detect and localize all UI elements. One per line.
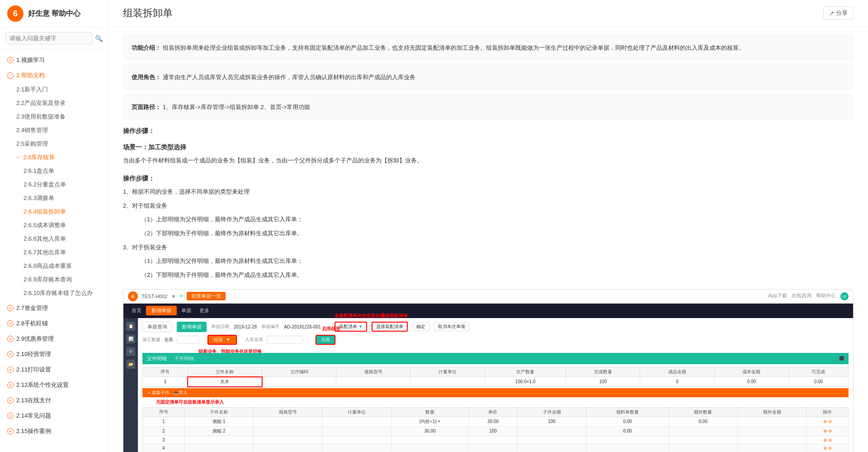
action-btn-cancel[interactable]: 取消本次单项 (434, 322, 469, 331)
scene1-title: 场景一：加工类型选择 (123, 143, 854, 152)
child-col-ops: 操作 (807, 407, 849, 417)
sidebar-item-stocktake[interactable]: 2.6.1盘点单 (0, 164, 108, 178)
online-consult-link[interactable]: 在线咨询 (792, 292, 811, 300)
cell-parent-code (262, 377, 336, 387)
sidebar-item-help-docs[interactable]: − 2.帮助文档 (0, 68, 108, 83)
ops-steps-title: 操作步骤： (123, 175, 854, 183)
annotation-text-4: 启用处理 (322, 326, 340, 332)
form-num-label: 单据编号 (261, 324, 279, 330)
sidebar-item-ops[interactable]: + 2.10经营管理 (0, 347, 108, 362)
sidebar-item-finance[interactable]: + 2.7资金管理 (0, 301, 108, 315)
sidebar-item-inventory-query[interactable]: 2.6.9库存账本查询 (0, 273, 108, 286)
bom-dropdown-text: 装配清单 (339, 324, 357, 329)
nav-group-personalize: + 2.12系统个性化设置 (0, 378, 108, 392)
sidebar-item-sales[interactable]: 2.4销售管理 (0, 124, 108, 137)
warehousein-label: 入库仓库 (245, 337, 263, 343)
app-nav-new[interactable]: 新增单据 (146, 306, 177, 315)
sidebar-item-other-in[interactable]: 2.6.6其他入库单 (0, 232, 108, 246)
child-col-name: 子件名称 (184, 407, 253, 417)
nav-list: + 1.视频学习 − 2.帮助文档 2.1新手入门 2.2产品安装及登录 2.3… (0, 49, 108, 452)
parent-item-tab[interactable]: 父件明细 (147, 355, 167, 362)
sidebar-item-cost-adjust[interactable]: 2.6.5成本调整单 (0, 219, 108, 232)
col-prod-amt: 成品金额 (640, 367, 714, 377)
header-actions: ⬛ (839, 356, 844, 361)
sidebar-item-inventory[interactable]: − 2.6库存核算 (0, 151, 108, 164)
child-col-seq: 序号 (143, 407, 185, 417)
form-date-label: 单据日期 (211, 324, 229, 330)
annotation-text-5: 无固定清单可在组装清单显示录入 (156, 399, 224, 405)
app-form-area: 单据查询 新增单据 单据日期 2019-12-28 单据编号 AD-201912… (138, 318, 853, 452)
sidebar-item-purchase[interactable]: 2.5采购管理 (0, 137, 108, 151)
sidebar-item-video-learning[interactable]: + 1.视频学习 (0, 53, 108, 67)
prereq-btn[interactable]: 前置单据一览 (187, 292, 226, 300)
app-nav-bar: 首页 新增单据 单据 更多 (123, 304, 853, 318)
sidebar-item-payment[interactable]: + 2.13在线支付 (0, 393, 108, 408)
step1: 1、根据不同的业务，选择不同单据的类型来处理 (123, 186, 854, 198)
sidebar-item-cost-recalc[interactable]: 2.6.8商品成本重算 (0, 259, 108, 273)
user-avatar[interactable]: cc (840, 292, 849, 300)
app-download-link[interactable]: App下载 (768, 292, 787, 300)
parent-items-table: 序号 父件名称 父件编码 规格型号 计量单位 生产数量 完成数量 成品金额 成本… (142, 367, 849, 387)
share-button[interactable]: ↗ 分享 (823, 6, 854, 20)
table-row: 2 测能 2 30.00 100 0.00 (143, 426, 849, 436)
add-row-btn[interactable]: ＋添加子件 (147, 390, 170, 396)
select-bom-btn[interactable]: 选择装配清单 (372, 322, 408, 332)
expand-icon-10: + (7, 428, 14, 434)
sidebar-item-personalize[interactable]: + 2.12系统个性化设置 (0, 378, 108, 392)
cell-can-done: 0.00 (788, 377, 848, 387)
search-icon[interactable]: 🔍 (95, 35, 103, 42)
sidebar-item-assembly[interactable]: 2.6.4组装拆卸单 (0, 205, 108, 219)
form-date-value: 2019-12-28 (234, 324, 257, 329)
share-icon: ↗ (829, 10, 834, 17)
warehousein-input[interactable] (267, 336, 303, 344)
expand-icon-7: + (7, 382, 14, 388)
sidebar-item-install[interactable]: 2.2产品安装及登录 (0, 96, 108, 110)
action-btn-confirm[interactable]: 确定 (412, 322, 429, 331)
side-icon-4[interactable]: 📂 (126, 360, 135, 369)
func-intro-label: 功能介绍： (132, 44, 161, 51)
col-can-done: 可完成 (788, 367, 848, 377)
sidebar-item-data-prep[interactable]: 2.3使用前数据准备 (0, 110, 108, 124)
assembly-type-label: 组装 (214, 337, 223, 342)
side-icon-1[interactable]: 📋 (126, 322, 135, 331)
sidebar-item-faq[interactable]: + 2.14常见问题 (0, 409, 108, 423)
cell-done-qty: 100 (566, 377, 640, 387)
side-icon-2[interactable]: 📊 (126, 334, 135, 343)
refresh-icon: ⟳ (179, 294, 183, 299)
sidebar-item-mobile[interactable]: + 2.8手机旺铺 (0, 316, 108, 331)
search-input[interactable] (5, 32, 92, 44)
table-row: 1 测能 1 (均价÷1) × 30.00 100 0.00 0.00 (143, 417, 849, 426)
sidebar-item-cases[interactable]: + 2.15操作案例 (0, 424, 108, 438)
expand-icon-9: + (7, 413, 14, 419)
assembly-type-btn[interactable]: 组装 ▼ (208, 335, 237, 345)
sidebar-item-other-out[interactable]: 2.6.7其他出库单 (0, 246, 108, 259)
nav-group-cases: + 2.15操作案例 (0, 424, 108, 438)
sidebar-item-transfer[interactable]: 2.6.3调拨单 (0, 191, 108, 205)
nav-group-docs: − 2.帮助文档 2.1新手入门 2.2产品安装及登录 2.3使用前数据准备 2… (0, 68, 108, 300)
sidebar-item-partial-stocktake[interactable]: 2.6.2分量盘点单 (0, 178, 108, 191)
app-nav-list[interactable]: 单据 (178, 305, 195, 316)
role-text: 通常由生产人员或库管人员完成拆装业务的操作，库管人员确认原材料的出库和产成品的入… (163, 74, 415, 81)
form-tab-query[interactable]: 单据查询 (142, 322, 172, 332)
sidebar-item-newbie[interactable]: 2.1新手入门 (0, 83, 108, 96)
import-btn[interactable]: 📥导入 (173, 390, 188, 396)
sidebar-item-print[interactable]: + 2.11打印设置 (0, 362, 108, 377)
enable-btn[interactable]: 启用 (316, 335, 335, 345)
table-row: 3⊕ ⊖ (143, 436, 849, 444)
parent-item-header: 父件明细 子件明细 ⬛ (142, 353, 849, 364)
annotation-area-2: 选择装配清单 选择装配清单 (372, 322, 408, 332)
sidebar-item-coupon[interactable]: + 2.9优惠券管理 (0, 332, 108, 346)
assembly-type-area: 组装 ▼ 组装业务、拆卸业务在这里切换 (208, 335, 237, 345)
help-center-link[interactable]: 帮助中心 (816, 292, 836, 300)
app-nav-more[interactable]: 更多 (196, 305, 213, 316)
step2-1: （1）上部明细为父件明细，最终作为产成品生成其它入库单； (141, 214, 854, 225)
app-nav-home[interactable]: 首页 (128, 305, 145, 316)
quantity-input[interactable] (177, 336, 199, 344)
form-tab-new[interactable]: 新增单据 (177, 322, 207, 332)
side-icon-3[interactable]: ⚙ (126, 347, 135, 356)
child-col-extra-qty: 额外数量 (669, 407, 737, 417)
child-item-tab[interactable]: 子件明细 (174, 355, 194, 362)
sidebar: 6 好生意 帮助中心 🔍 + 1.视频学习 − 2.帮助文档 2.1新手入门 2… (0, 0, 108, 452)
expand-icon-4: + (7, 336, 14, 342)
sidebar-item-inventory-error[interactable]: 2.6.10库存账本错了怎么办 (0, 286, 108, 300)
